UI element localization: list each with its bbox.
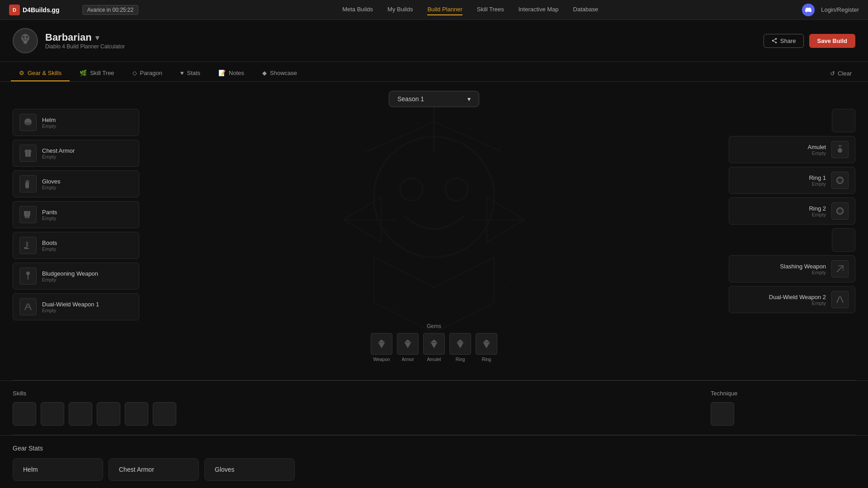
share-button[interactable]: Share — [764, 34, 804, 48]
tab-gear-skills[interactable]: ⚙ Gear & Skills — [11, 66, 70, 81]
tab-notes[interactable]: 📝 Notes — [210, 66, 252, 81]
gear-stats-cards: Helm Chest Armor Gloves — [13, 458, 855, 481]
technique-slot-1[interactable] — [711, 402, 734, 426]
ring-2-icon — [831, 202, 849, 220]
gear-left-column: Helm Empty Chest Armor Empty Gloves — [13, 109, 139, 320]
helm-stats-card: Helm — [13, 458, 103, 481]
svg-line-22 — [28, 304, 31, 310]
helm-icon — [19, 114, 37, 131]
ring-2-slot[interactable]: Ring 2 Empty — [729, 197, 855, 225]
svg-line-28 — [837, 296, 840, 303]
pants-icon — [19, 206, 37, 223]
svg-point-4 — [374, 137, 495, 258]
class-info: Barbarian ▾ Diablo 4 Build Planner Calcu… — [45, 32, 756, 50]
svg-point-24 — [837, 177, 843, 183]
season-dropdown[interactable]: Season 1 ▾ — [389, 91, 479, 107]
gear-stats-section: Gear Stats Helm Chest Armor Gloves — [0, 435, 868, 488]
discord-icon[interactable] — [802, 4, 815, 16]
skills-row — [13, 402, 693, 426]
dual-wield-1-slot-info: Dual-Wield Weapon 1 Empty — [42, 301, 99, 313]
dual-wield-weapon-2-slot[interactable]: Dual-Wield Weapon 2 Empty — [729, 286, 855, 313]
nav-skill-trees[interactable]: Skill Trees — [477, 4, 504, 15]
gems-title: Gems — [427, 323, 441, 329]
amulet-slot-info: Amulet Empty — [808, 144, 826, 156]
svg-rect-1 — [24, 41, 27, 44]
chest-armor-slot[interactable]: Chest Armor Empty — [13, 140, 139, 167]
skill-slot-5[interactable] — [125, 402, 148, 426]
avarice-timer: Avarice in 00:25:22 — [82, 5, 139, 15]
boots-slot[interactable]: Boots Empty — [13, 232, 139, 259]
svg-point-6 — [445, 178, 468, 201]
login-register-link[interactable]: Login/Register — [821, 6, 859, 13]
technique-label: Technique — [711, 390, 855, 397]
ring-1-slot-name: Ring 1 — [809, 174, 826, 181]
helm-slot[interactable]: Helm Empty — [13, 109, 139, 136]
tab-paragon[interactable]: ◇ Paragon — [124, 66, 170, 81]
gem-armor[interactable]: Armor — [397, 333, 419, 362]
svg-rect-11 — [24, 122, 32, 124]
technique-column: Technique — [711, 390, 855, 426]
boots-slot-info: Boots Empty — [42, 239, 57, 252]
dual-wield-1-icon — [19, 298, 37, 315]
chest-armor-slot-info: Chest Armor Empty — [42, 147, 75, 160]
bludgeoning-weapon-slot-sub: Empty — [42, 277, 98, 282]
pants-slot[interactable]: Pants Empty — [13, 201, 139, 228]
slashing-weapon-slot-name: Slashing Weapon — [780, 263, 826, 270]
builder-header: Barbarian ▾ Diablo 4 Build Planner Calcu… — [0, 20, 868, 62]
gem-armor-icon — [397, 333, 419, 355]
stats-icon: ♥ — [180, 70, 184, 76]
ring-1-slot[interactable]: Ring 1 Empty — [729, 167, 855, 194]
gem-weapon[interactable]: Weapon — [371, 333, 392, 362]
nav-interactive-map[interactable]: Interactive Map — [519, 4, 559, 15]
dual-wield-2-slot-name: Dual-Wield Weapon 2 — [769, 294, 826, 300]
helm-slot-name: Helm — [42, 117, 56, 123]
amulet-slot[interactable]: Amulet Empty — [729, 136, 855, 163]
gloves-icon — [19, 175, 37, 192]
gem-ring1[interactable]: Ring — [449, 333, 471, 362]
dual-wield-2-slot-info: Dual-Wield Weapon 2 Empty — [769, 294, 826, 306]
gem-weapon-label: Weapon — [373, 357, 390, 362]
gloves-stats-name: Gloves — [215, 466, 284, 473]
dual-wield-weapon-1-slot[interactable]: Dual-Wield Weapon 1 Empty — [13, 293, 139, 320]
gems-row: Weapon Armor Amulet — [371, 333, 497, 362]
right-empty-slot-top — [832, 109, 855, 132]
showcase-icon: ◆ — [262, 70, 267, 76]
class-subtitle: Diablo 4 Build Planner Calculator — [45, 43, 756, 50]
gear-section: Season 1 ▾ — [0, 82, 868, 380]
notes-icon: 📝 — [218, 70, 226, 76]
nav-meta-builds[interactable]: Meta Builds — [342, 4, 373, 15]
background-watermark — [321, 107, 547, 333]
gem-ring2[interactable]: Ring — [476, 333, 497, 362]
nav-build-planner[interactable]: Build Planner — [427, 4, 462, 15]
skill-slot-6[interactable] — [153, 402, 176, 426]
skill-slot-4[interactable] — [97, 402, 120, 426]
gem-armor-label: Armor — [401, 357, 414, 362]
save-build-button[interactable]: Save Build — [809, 34, 855, 48]
class-dropdown-arrow[interactable]: ▾ — [95, 33, 99, 42]
skill-slot-3[interactable] — [69, 402, 92, 426]
tab-skill-tree[interactable]: 🌿 Skill Tree — [71, 66, 122, 81]
gem-ring1-icon — [449, 333, 471, 355]
tab-showcase[interactable]: ◆ Showcase — [254, 66, 305, 81]
nav-database[interactable]: Database — [573, 4, 599, 15]
skill-slot-2[interactable] — [41, 402, 64, 426]
nav-my-builds[interactable]: My Builds — [387, 4, 413, 15]
nav-links: Meta Builds My Builds Build Planner Skil… — [138, 4, 802, 15]
clear-button[interactable]: ↺ Clear — [825, 66, 857, 81]
slashing-weapon-icon — [831, 260, 849, 277]
bludgeoning-weapon-slot[interactable]: Bludgeoning Weapon Empty — [13, 263, 139, 290]
gem-amulet[interactable]: Amulet — [423, 333, 445, 362]
svg-line-21 — [25, 304, 28, 310]
chest-stats-card: Chest Armor — [108, 458, 199, 481]
logo-area[interactable]: D D4Builds.gg — [9, 5, 60, 15]
slashing-weapon-slot-info: Slashing Weapon Empty — [780, 263, 826, 275]
dual-wield-2-slot-sub: Empty — [769, 300, 826, 306]
ring-2-slot-info: Ring 2 Empty — [809, 205, 826, 217]
boots-slot-name: Boots — [42, 239, 57, 246]
skills-column: Skills — [13, 390, 693, 426]
gloves-slot-name: Gloves — [42, 178, 60, 185]
slashing-weapon-slot[interactable]: Slashing Weapon Empty — [729, 255, 855, 282]
tab-stats[interactable]: ♥ Stats — [172, 66, 208, 81]
skill-slot-1[interactable] — [13, 402, 36, 426]
gloves-slot[interactable]: Gloves Empty — [13, 170, 139, 197]
